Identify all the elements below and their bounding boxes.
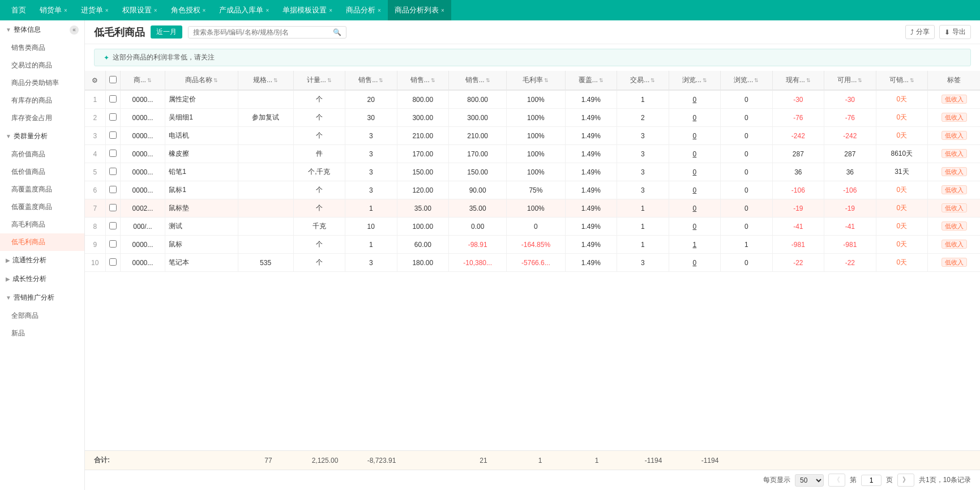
col-select-all[interactable] — [105, 71, 120, 90]
row-views1[interactable]: 0 — [669, 181, 721, 199]
sidebar-item-high-value[interactable]: 高价值商品 — [0, 146, 84, 163]
sort-icon: ⇅ — [327, 78, 332, 83]
row-checkbox[interactable] — [105, 90, 120, 109]
row-gross-margin: 100% — [507, 90, 565, 109]
page-size-select[interactable]: 50 100 200 — [795, 474, 824, 487]
row-unit: 个 — [293, 199, 345, 218]
select-all-checkbox[interactable] — [109, 76, 117, 83]
col-settings[interactable]: ⚙ — [85, 71, 105, 90]
close-icon[interactable]: × — [329, 7, 332, 14]
sidebar-group-overall[interactable]: ▼ 整体信息 « — [0, 20, 84, 39]
row-views1[interactable]: 0 — [669, 145, 721, 163]
search-input[interactable] — [193, 28, 330, 36]
next-page-button[interactable]: 》 — [897, 474, 914, 487]
row-checkbox[interactable] — [105, 236, 120, 254]
col-name[interactable]: 商品名称 ⇅ — [165, 71, 238, 90]
row-views1[interactable]: 0 — [669, 218, 721, 236]
nav-template-settings[interactable]: 单据模板设置 × — [276, 0, 339, 20]
col-trade[interactable]: 交易... ⇅ — [617, 71, 669, 90]
row-sales-qty: 3 — [345, 254, 397, 272]
row-views1[interactable]: 1 — [669, 236, 721, 254]
close-icon[interactable]: × — [441, 7, 444, 14]
sidebar-item-low-coverage[interactable]: 低覆盖度商品 — [0, 198, 84, 216]
sidebar-item-low-value[interactable]: 低价值商品 — [0, 163, 84, 181]
col-views1[interactable]: 浏览... ⇅ — [669, 71, 721, 90]
row-checkbox[interactable] — [105, 199, 120, 218]
row-views1[interactable]: 0 — [669, 90, 721, 109]
row-name[interactable]: 测试 — [165, 218, 238, 236]
close-icon[interactable]: × — [64, 7, 67, 14]
close-icon[interactable]: × — [154, 7, 157, 14]
row-views1[interactable]: 0 — [669, 254, 721, 272]
col-spec[interactable]: 规格... ⇅ — [238, 71, 293, 90]
row-name[interactable]: 笔记本 — [165, 254, 238, 272]
sidebar-item-all-products[interactable]: 全部商品 — [0, 307, 84, 325]
sidebar-group-marketing[interactable]: ▼ 营销推广分析 — [0, 288, 84, 307]
row-views1[interactable]: 0 — [669, 199, 721, 218]
row-checkbox[interactable] — [105, 181, 120, 199]
col-views2[interactable]: 浏览... ⇅ — [721, 71, 773, 90]
close-icon[interactable]: × — [266, 7, 269, 14]
sidebar-item-stocked-products[interactable]: 有库存的商品 — [0, 92, 84, 109]
col-sales-profit[interactable]: 销售... ⇅ — [449, 71, 507, 90]
row-name[interactable]: 铅笔1 — [165, 163, 238, 181]
row-name[interactable]: 吴细细1 — [165, 109, 238, 127]
sidebar-item-traded-products[interactable]: 交易过的商品 — [0, 57, 84, 74]
col-sales-amount[interactable]: 销售... ⇅ — [397, 71, 449, 90]
row-views1[interactable]: 0 — [669, 127, 721, 145]
nav-role-auth[interactable]: 角色授权 × — [164, 0, 213, 20]
row-checkbox[interactable] — [105, 109, 120, 127]
row-name[interactable]: 鼠标 — [165, 236, 238, 254]
sidebar-group-cluster[interactable]: ▼ 类群量分析 — [0, 127, 84, 146]
sidebar-group-growth[interactable]: ▶ 成长性分析 — [0, 270, 84, 288]
export-button[interactable]: ⬇ 导出 — [939, 25, 971, 39]
nav-sales-order[interactable]: 销货单 × — [33, 0, 74, 20]
time-filter-button[interactable]: 近一月 — [151, 25, 182, 39]
col-gross-margin[interactable]: 毛利率 ⇅ — [507, 71, 565, 90]
row-gross-margin: 100% — [507, 145, 565, 163]
row-name[interactable]: 属性定价 — [165, 90, 238, 109]
row-views1[interactable]: 0 — [669, 163, 721, 181]
row-name[interactable]: 橡皮擦 — [165, 145, 238, 163]
nav-purchase-order[interactable]: 进货单 × — [74, 0, 115, 20]
row-checkbox[interactable] — [105, 163, 120, 181]
col-code[interactable]: 商... ⇅ — [120, 71, 165, 90]
sidebar-item-low-margin[interactable]: 低毛利商品 — [0, 233, 84, 251]
nav-home[interactable]: 首页 — [5, 0, 33, 20]
row-checkbox[interactable] — [105, 254, 120, 272]
sidebar-item-inventory-capital[interactable]: 库存资金占用 — [0, 109, 84, 127]
sidebar-item-sales-products[interactable]: 销售类商品 — [0, 39, 84, 57]
nav-product-analysis-list[interactable]: 商品分析列表 × — [388, 0, 451, 20]
prev-page-button[interactable]: 《 — [828, 474, 845, 487]
close-icon[interactable]: × — [105, 7, 109, 14]
row-name[interactable]: 鼠标垫 — [165, 199, 238, 218]
sidebar-item-new-products[interactable]: 新品 — [0, 325, 84, 342]
col-sellable[interactable]: 可销... ⇅ — [876, 71, 928, 90]
settings-icon[interactable]: ⚙ — [92, 76, 98, 84]
nav-product-analysis[interactable]: 商品分析 × — [339, 0, 388, 20]
page-number-input[interactable] — [861, 475, 881, 486]
close-icon[interactable]: × — [203, 7, 206, 14]
search-icon[interactable]: 🔍 — [333, 28, 341, 36]
col-available[interactable]: 可用... ⇅ — [824, 71, 876, 90]
close-icon[interactable]: × — [378, 7, 381, 14]
col-unit[interactable]: 计量... ⇅ — [293, 71, 345, 90]
col-current-stock[interactable]: 现有... ⇅ — [772, 71, 824, 90]
nav-product-inbound[interactable]: 产成品入库单 × — [212, 0, 276, 20]
sidebar-group-liquidity[interactable]: ▶ 流通性分析 — [0, 251, 84, 270]
row-name[interactable]: 鼠标1 — [165, 181, 238, 199]
tag-badge: 低收入 — [942, 240, 967, 249]
collapse-button[interactable]: « — [70, 25, 79, 35]
row-checkbox[interactable] — [105, 145, 120, 163]
col-coverage[interactable]: 覆盖... ⇅ — [565, 71, 617, 90]
share-button[interactable]: ⤴ 分享 — [905, 25, 935, 39]
col-sales-qty[interactable]: 销售... ⇅ — [345, 71, 397, 90]
sidebar-item-high-margin[interactable]: 高毛利商品 — [0, 216, 84, 233]
sidebar-item-high-coverage[interactable]: 高覆盖度商品 — [0, 181, 84, 198]
row-views1[interactable]: 0 — [669, 109, 721, 127]
sidebar-item-category-assist[interactable]: 商品分类助销率 — [0, 74, 84, 92]
row-name[interactable]: 电话机 — [165, 127, 238, 145]
row-checkbox[interactable] — [105, 127, 120, 145]
nav-permission-settings[interactable]: 权限设置 × — [115, 0, 164, 20]
row-checkbox[interactable] — [105, 218, 120, 236]
